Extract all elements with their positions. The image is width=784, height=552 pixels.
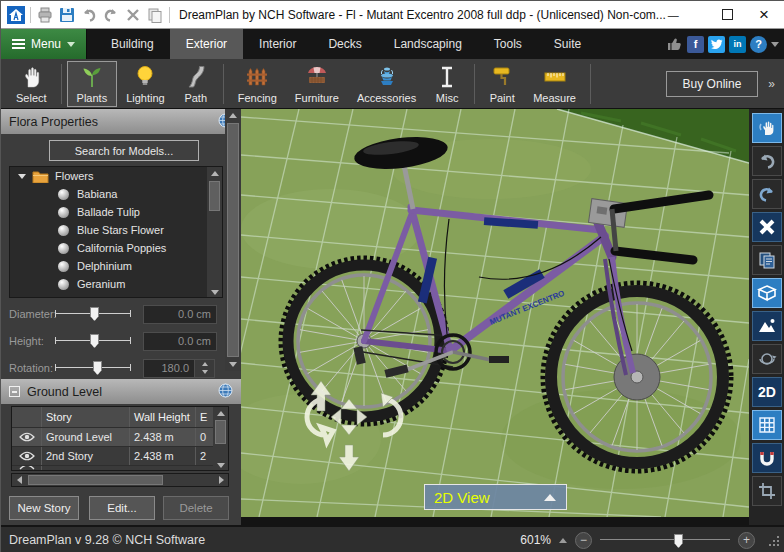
toolbar-overflow-button[interactable]: » [758, 77, 779, 91]
viewport-3d[interactable]: MUTANT EXCENTRO [241, 109, 749, 525]
facebook-icon[interactable]: f [687, 36, 704, 53]
tool-paint[interactable]: Paint [480, 61, 524, 107]
tool-misc[interactable]: Misc [425, 61, 469, 107]
edit-button[interactable]: Edit... [89, 496, 155, 520]
scroll-down-icon[interactable] [207, 286, 222, 298]
scroll-up-icon[interactable] [225, 109, 240, 122]
search-for-models-button[interactable]: Search for Models... [49, 140, 199, 161]
scroll-down-icon[interactable] [213, 459, 228, 471]
tab-suite[interactable]: Suite [538, 29, 597, 59]
tree-item-delphinium[interactable]: Delphinium [10, 257, 222, 275]
tool-select[interactable]: Select [7, 61, 56, 107]
tree-item-blue-stars-flower[interactable]: Blue Stars Flower [10, 221, 222, 239]
collapse-icon[interactable] [9, 386, 20, 397]
scrollbar-thumb[interactable] [215, 420, 226, 444]
tool-label: Measure [533, 92, 576, 104]
spin-down-icon[interactable] [195, 368, 214, 377]
buy-online-button[interactable]: Buy Online [666, 71, 759, 97]
zoom-slider[interactable] [600, 533, 730, 547]
tab-exterior[interactable]: Exterior [170, 29, 243, 59]
rotation-value[interactable]: 180.0 [143, 359, 195, 378]
diameter-slider[interactable] [55, 307, 131, 321]
zoom-in-button[interactable]: + [738, 532, 755, 549]
eye-icon[interactable] [12, 447, 42, 465]
tree-item-california-poppies[interactable]: California Poppies [10, 239, 222, 257]
tool-measure[interactable]: Measure [524, 61, 585, 107]
tab-building[interactable]: Building [95, 29, 170, 59]
show-3d-objects-button[interactable] [752, 278, 782, 308]
pan-tool-button[interactable] [752, 113, 782, 143]
copy-icon[interactable] [144, 4, 166, 26]
scroll-right-icon[interactable] [214, 474, 228, 486]
spin-up-icon[interactable] [195, 360, 214, 369]
tab-decks[interactable]: Decks [312, 29, 377, 59]
save-icon[interactable] [56, 4, 78, 26]
zoom-slider-thumb[interactable] [674, 534, 683, 548]
story-table-scrollbar[interactable] [213, 407, 228, 471]
height-slider[interactable] [55, 334, 131, 348]
tree-item-ballade-tulip[interactable]: Ballade Tulip [10, 203, 222, 221]
tool-lighting[interactable]: Lighting [117, 61, 174, 107]
undo-button[interactable] [752, 146, 782, 176]
menu-button[interactable]: Menu [1, 29, 87, 59]
tab-landscaping[interactable]: Landscaping [378, 29, 478, 59]
show-grid-button[interactable] [752, 410, 782, 440]
story-table-hscrollbar[interactable] [11, 473, 229, 487]
maximize-button[interactable] [722, 9, 733, 20]
undo-icon[interactable] [78, 4, 100, 26]
globe-icon[interactable] [218, 383, 233, 401]
scroll-up-icon[interactable] [213, 407, 228, 420]
scroll-up-icon[interactable] [207, 167, 222, 180]
tool-path[interactable]: Path [174, 61, 218, 107]
tree-item-babiana[interactable]: Babiana [10, 185, 222, 203]
height-value[interactable]: 0.0 cm [143, 332, 217, 351]
close-button[interactable]: × [759, 6, 769, 23]
zoom-caret-icon[interactable] [559, 538, 567, 543]
redo-icon[interactable] [100, 4, 122, 26]
redo-button[interactable] [752, 179, 782, 209]
table-row-2nd-story[interactable]: 2nd Story 2.438 m 2 [12, 447, 228, 466]
delete-object-button[interactable] [752, 212, 782, 242]
tab-interior[interactable]: Interior [243, 29, 312, 59]
linkedin-icon[interactable]: in [729, 36, 746, 53]
zoom-out-button[interactable]: − [575, 532, 592, 549]
delete-button[interactable]: Delete [163, 496, 229, 520]
tree-item-geranium[interactable]: Geranium [10, 275, 222, 293]
tool-fencing[interactable]: Fencing [229, 61, 286, 107]
plan-boundary-button[interactable] [752, 476, 782, 506]
twitter-icon[interactable] [708, 36, 725, 53]
snap-button[interactable] [752, 443, 782, 473]
orbit-camera-button[interactable] [752, 344, 782, 374]
tree-folder-flowers[interactable]: Flowers [10, 167, 222, 185]
scrollbar-thumb[interactable] [28, 475, 163, 485]
scrollbar-thumb[interactable] [227, 123, 239, 357]
show-terrain-button[interactable] [752, 311, 782, 341]
tool-furniture[interactable]: Furniture [286, 61, 348, 107]
rotation-slider[interactable] [55, 361, 131, 375]
copy-button[interactable] [752, 245, 782, 275]
tab-tools[interactable]: Tools [478, 29, 538, 59]
help-dropdown-icon[interactable] [771, 42, 779, 47]
new-story-button[interactable]: New Story [9, 496, 79, 520]
print-icon[interactable] [34, 4, 56, 26]
scroll-down-icon[interactable] [225, 358, 240, 371]
help-icon[interactable]: ? [750, 36, 767, 53]
scroll-left-icon[interactable] [12, 474, 26, 486]
minimize-button[interactable]: — [668, 9, 679, 21]
eye-icon[interactable] [12, 428, 42, 446]
tool-accessories[interactable]: Accessories [348, 61, 425, 107]
2d-view-button[interactable]: 2D [752, 377, 782, 407]
flora-panel-scrollbar[interactable] [225, 109, 241, 371]
delete-icon[interactable] [122, 4, 144, 26]
chevron-down-icon[interactable] [18, 174, 26, 179]
scrollbar-thumb[interactable] [209, 181, 220, 211]
rotation-spinner[interactable] [195, 359, 215, 378]
tree-scrollbar[interactable] [207, 167, 222, 298]
thumbs-up-icon[interactable] [666, 35, 683, 54]
table-row-clipped[interactable] [12, 466, 228, 471]
tool-plants[interactable]: Plants [67, 61, 118, 107]
table-row-ground-level[interactable]: Ground Level 2.438 m 0 [12, 428, 228, 447]
diameter-value[interactable]: 0.0 cm [143, 305, 217, 324]
view-toggle-button[interactable]: 2D View [424, 484, 567, 510]
resize-grip[interactable] [767, 534, 779, 546]
